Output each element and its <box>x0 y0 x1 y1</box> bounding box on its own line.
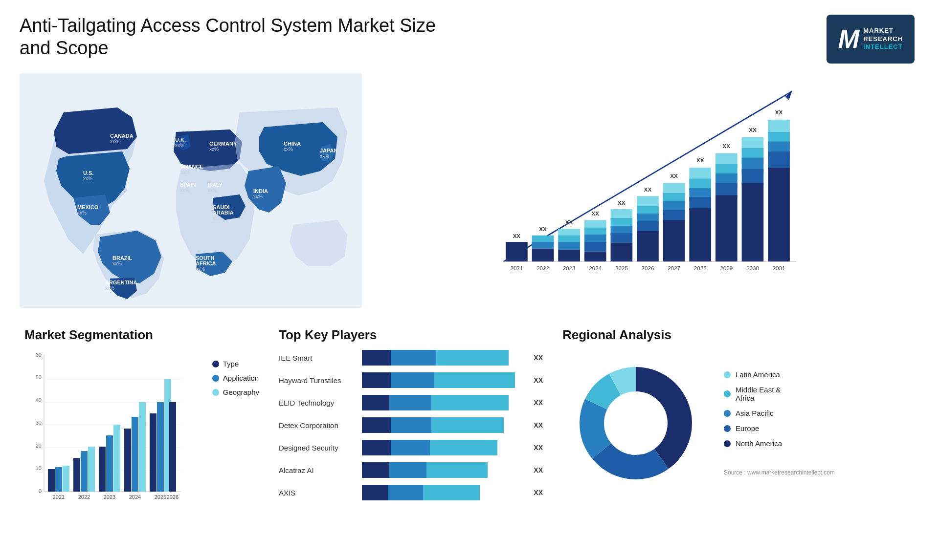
svg-point-147 <box>606 394 665 452</box>
svg-text:2022: 2022 <box>537 265 549 271</box>
svg-text:JAPAN: JAPAN <box>320 148 338 153</box>
logo-area: M MARKET RESEARCH INTELLECT <box>822 15 919 64</box>
legend-geography: Geography <box>212 388 259 396</box>
player-name-alcatraz: Alcatraz AI <box>279 466 357 474</box>
bar-seg-light <box>436 350 509 366</box>
regional-title: Regional Analysis <box>562 327 915 343</box>
svg-rect-92 <box>768 168 790 261</box>
bar-seg-light <box>431 417 504 433</box>
svg-text:30: 30 <box>36 420 42 426</box>
player-xx-elid: XX <box>528 399 543 407</box>
svg-text:xx%: xx% <box>110 139 119 144</box>
svg-text:XX: XX <box>749 127 757 133</box>
bar-seg-mid <box>391 440 429 455</box>
svg-text:2026: 2026 <box>642 265 654 271</box>
svg-text:2026: 2026 <box>167 494 179 500</box>
bar-seg-light <box>434 372 515 388</box>
svg-rect-61 <box>637 221 659 232</box>
svg-text:20: 20 <box>36 443 42 449</box>
svg-text:ARABIA: ARABIA <box>213 210 234 215</box>
svg-text:2029: 2029 <box>720 265 733 271</box>
svg-text:xx%: xx% <box>180 188 189 193</box>
reg-dot-mea <box>724 390 731 397</box>
players-title: Top Key Players <box>279 327 543 343</box>
legend-label-geography: Geography <box>223 388 259 396</box>
player-name-hayward: Hayward Turnstiles <box>279 376 357 385</box>
bar-chart-svg: XX XX XX XX XX <box>381 78 910 283</box>
svg-text:xx%: xx% <box>320 153 329 159</box>
svg-text:XX: XX <box>644 186 652 193</box>
svg-text:ITALY: ITALY <box>208 182 223 188</box>
legend-north-america: North America <box>724 439 835 448</box>
donut-svg <box>562 350 709 496</box>
player-name-axis: AXIS <box>279 489 357 497</box>
player-bar-elid <box>362 395 523 410</box>
header: Anti-Tailgating Access Control System Ma… <box>20 15 919 64</box>
logo-intellect: INTELLECT <box>863 43 903 51</box>
player-xx-detex: XX <box>528 421 543 429</box>
svg-text:xx%: xx% <box>253 194 263 199</box>
legend-dot-type <box>212 361 219 367</box>
svg-text:xx%: xx% <box>105 285 114 291</box>
bar-seg-mid <box>388 485 424 500</box>
logo-research: RESEARCH <box>863 35 903 43</box>
svg-text:XX: XX <box>670 172 678 179</box>
player-row-hayward: Hayward Turnstiles XX <box>279 372 543 388</box>
legend-label-application: Application <box>223 374 259 382</box>
bar-seg-dark <box>362 440 391 455</box>
svg-text:XX: XX <box>696 157 704 163</box>
player-row-designed: Designed Security XX <box>279 440 543 455</box>
map-container: CANADA xx% U.S. xx% MEXICO xx% BRAZIL xx… <box>20 73 362 308</box>
reg-label-northam: North America <box>736 439 782 448</box>
reg-label-latin: Latin America <box>736 370 780 379</box>
svg-text:ARGENTINA: ARGENTINA <box>105 280 137 285</box>
svg-text:2023: 2023 <box>104 494 115 500</box>
svg-rect-80 <box>715 195 738 261</box>
svg-text:xx%: xx% <box>181 170 190 175</box>
player-bar-alcatraz <box>362 462 523 478</box>
reg-label-europe: Europe <box>736 424 759 432</box>
svg-rect-91 <box>768 151 790 169</box>
svg-text:2024: 2024 <box>129 494 141 500</box>
svg-text:2027: 2027 <box>668 265 680 271</box>
player-row-elid: ELID Technology XX <box>279 395 543 410</box>
svg-rect-86 <box>742 183 764 261</box>
svg-rect-140 <box>169 402 176 492</box>
player-row-iee: IEE Smart XX <box>279 350 543 366</box>
player-name-detex: Detex Corporation <box>279 421 357 430</box>
svg-text:40: 40 <box>36 397 42 403</box>
reg-dot-northam <box>724 440 731 447</box>
players-list: IEE Smart XX Hayward Turnstiles <box>279 350 543 500</box>
svg-text:XX: XX <box>591 210 599 216</box>
svg-rect-49 <box>584 242 606 252</box>
seg-legend: Type Application Geography <box>212 350 259 396</box>
svg-rect-130 <box>113 425 120 492</box>
svg-text:xx%: xx% <box>213 215 222 221</box>
bar-chart-container: XX XX XX XX XX <box>377 73 919 308</box>
bar-seg-mid <box>389 395 431 410</box>
bar-seg-light <box>426 462 488 478</box>
bar-seg-dark <box>362 462 389 478</box>
bar-seg-mid <box>391 350 436 366</box>
bar-seg-dark <box>362 395 389 410</box>
bar-seg-dark <box>362 417 391 433</box>
svg-text:SPAIN: SPAIN <box>180 182 196 188</box>
svg-text:AFRICA: AFRICA <box>196 260 216 266</box>
bar-seg-mid <box>391 417 431 433</box>
players-container: Top Key Players IEE Smart XX Hayward Tur… <box>274 323 548 560</box>
svg-rect-39 <box>532 249 554 262</box>
donut-chart <box>562 350 709 496</box>
svg-rect-126 <box>88 447 95 492</box>
svg-rect-50 <box>584 252 606 262</box>
bar-seg-mid <box>389 462 426 478</box>
svg-text:xx%: xx% <box>208 188 217 193</box>
svg-text:CHINA: CHINA <box>284 141 301 147</box>
svg-text:XX: XX <box>565 219 573 225</box>
svg-rect-62 <box>637 231 659 262</box>
svg-text:2023: 2023 <box>563 265 576 271</box>
svg-text:U.S.: U.S. <box>83 170 93 176</box>
legend-dot-application <box>212 375 219 382</box>
svg-rect-125 <box>81 451 88 492</box>
bar-seg-dark <box>362 372 391 388</box>
svg-rect-134 <box>139 402 146 492</box>
